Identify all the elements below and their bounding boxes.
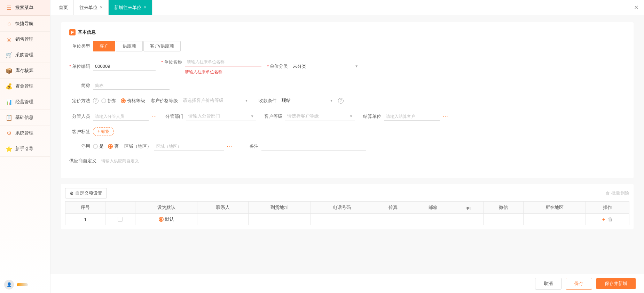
cell-region[interactable]	[523, 214, 586, 225]
supplier-custom-label: 供应商自定义	[69, 158, 96, 164]
save-new-button[interactable]: 保存并新增	[596, 278, 636, 289]
unit-name-group: 单位名称 请输入往来单位名称	[161, 58, 261, 75]
col-address: 到货地址	[249, 202, 311, 214]
payment-terms-select[interactable]: 现结 ▼	[280, 96, 335, 105]
cell-seq: 1	[65, 214, 105, 225]
cell-qq[interactable]	[453, 214, 483, 225]
sidebar-item-guide[interactable]: ⭐ 新手引导	[0, 141, 50, 157]
disabled-yes[interactable]: 是	[93, 143, 104, 149]
type-btn-customer[interactable]: 客户	[93, 41, 115, 51]
remark-group: 备注	[238, 142, 366, 150]
contact-table: 序号 设为默认 联系人 到货地址 电话号码 传真 邮箱 qq 微信 所在地区 操…	[65, 201, 629, 225]
gear-icon: ⚙	[70, 191, 74, 196]
sidebar-bottom: 👤	[0, 276, 50, 293]
unit-type-row: 单位类型 客户 供应商 客户/供应商	[69, 41, 625, 51]
operations-icon: 📊	[6, 98, 13, 105]
custom-settings-button[interactable]: ⚙ 自定义项设置	[65, 188, 107, 198]
col-email: 邮箱	[413, 202, 453, 214]
sidebar-item-finance[interactable]: 💰 资金管理	[0, 79, 50, 94]
inventory-icon: 📦	[6, 67, 13, 74]
cell-action: + 🗑	[586, 214, 629, 225]
cell-checkbox	[105, 214, 135, 225]
unit-code-group: 单位编码	[69, 62, 156, 71]
search-icon: ☰	[6, 4, 13, 11]
disabled-row: 停用 是 否 区域（地区） ···	[69, 142, 625, 150]
radio-level	[121, 98, 126, 103]
default-radio[interactable]: 默认	[139, 216, 194, 222]
short-name-input[interactable]	[93, 81, 170, 90]
sidebar-item-quick-nav[interactable]: ⌂ 快捷导航	[0, 16, 50, 32]
pricing-option-discount[interactable]: 折扣	[101, 98, 117, 104]
unit-name-label: 单位名称	[161, 59, 182, 65]
price-level-group: 客户价格等级 请选择客户价格等级 ▼	[151, 96, 250, 105]
cell-address[interactable]	[249, 214, 311, 225]
unit-category-select[interactable]: 未分类 ▼	[291, 62, 360, 71]
purchase-icon: 🛒	[6, 51, 13, 58]
manager-group: 分管人员 ···	[69, 112, 157, 121]
supplier-custom-group: 供应商自定义	[69, 157, 176, 165]
tab-new-contact[interactable]: 新增往来单位 ✕	[109, 0, 152, 15]
tab-contacts-close[interactable]: ✕	[100, 5, 103, 10]
sidebar-item-basic-info[interactable]: 📋 基础信息	[0, 110, 50, 125]
section-header: F 基本信息	[69, 29, 625, 35]
tag-label: 客户标签	[69, 129, 90, 135]
payment-terms-label: 收款条件	[256, 98, 277, 104]
sidebar-item-sales[interactable]: ◎ 销售管理	[0, 32, 50, 47]
supplier-custom-input[interactable]	[99, 157, 176, 165]
col-seq: 序号	[65, 202, 105, 214]
row-add-icon[interactable]: +	[602, 217, 605, 222]
row-delete-icon[interactable]: 🗑	[608, 217, 613, 222]
disabled-label: 停用	[69, 143, 90, 149]
cell-email[interactable]	[413, 214, 453, 225]
pricing-method-group: 定价方法 ? 折扣 价格等级	[69, 98, 145, 104]
cell-contact[interactable]	[197, 214, 249, 225]
table-toolbar: ⚙ 自定义项设置 🗑 批量删除	[65, 188, 629, 198]
guide-icon: ⭐	[6, 145, 13, 152]
cancel-button[interactable]: 取消	[535, 278, 561, 290]
customer-level-select[interactable]: 请选择客户等级 ▼	[285, 112, 355, 121]
manager-row: 分管人员 ··· 分管部门 请输入分管部门 ▼ 客户等级 请选择客户等级 ▼	[69, 112, 625, 121]
region-input[interactable]	[154, 142, 224, 150]
type-btn-both[interactable]: 客户/供应商	[143, 41, 181, 51]
manager-dots[interactable]: ···	[151, 113, 157, 120]
tab-home[interactable]: 首页	[53, 0, 74, 15]
batch-delete-button[interactable]: 🗑 批量删除	[605, 190, 629, 196]
region-dots[interactable]: ···	[227, 143, 232, 149]
price-level-select[interactable]: 请选择客户价格等级 ▼	[181, 96, 250, 105]
sidebar-item-purchase[interactable]: 🛒 采购管理	[0, 47, 50, 63]
region-label: 区域（地区）	[124, 143, 151, 149]
settlement-label: 结算单位	[360, 113, 381, 120]
tab-new-contact-close[interactable]: ✕	[143, 5, 147, 10]
type-btn-supplier[interactable]: 供应商	[116, 41, 143, 51]
save-button[interactable]: 保存	[566, 278, 592, 290]
disabled-no[interactable]: 否	[108, 143, 119, 149]
sidebar-item-system[interactable]: ⚙ 系统管理	[0, 125, 50, 141]
department-select[interactable]: 请输入分管部门 ▼	[186, 112, 256, 121]
sidebar-item-search[interactable]: ☰ 搜索菜单	[0, 0, 50, 16]
settlement-dots[interactable]: ···	[442, 113, 448, 120]
main-content: 首页 往来单位 ✕ 新增往来单位 ✕ ✕ F 基本信息 单位类型	[50, 0, 644, 293]
payment-help-icon[interactable]: ?	[338, 98, 344, 104]
close-all-button[interactable]: ✕	[631, 3, 641, 12]
cell-fax[interactable]	[373, 214, 413, 225]
settlement-input[interactable]	[384, 112, 440, 121]
row-checkbox[interactable]	[118, 217, 123, 222]
remark-input[interactable]	[261, 142, 366, 150]
unit-name-input[interactable]	[185, 58, 261, 66]
basic-info-icon: 📋	[6, 114, 13, 121]
col-phone: 电话号码	[311, 202, 373, 214]
tab-contacts[interactable]: 往来单位 ✕	[74, 0, 109, 15]
cell-wechat[interactable]	[483, 214, 523, 225]
short-name-group: 简称	[69, 81, 170, 90]
user-avatar: 👤	[4, 280, 14, 290]
pricing-option-level[interactable]: 价格等级	[121, 98, 145, 104]
table-header-row: 序号 设为默认 联系人 到货地址 电话号码 传真 邮箱 qq 微信 所在地区 操…	[65, 202, 629, 214]
unit-code-input[interactable]	[93, 62, 156, 71]
cell-phone[interactable]	[311, 214, 373, 225]
sidebar-item-inventory[interactable]: 📦 库存核算	[0, 63, 50, 79]
manager-input[interactable]	[93, 112, 149, 121]
radio-discount	[101, 98, 106, 103]
add-tag-button[interactable]: + 标签	[93, 127, 114, 136]
pricing-help-icon[interactable]: ?	[93, 98, 99, 104]
sidebar-item-operations[interactable]: 📊 经营管理	[0, 94, 50, 110]
